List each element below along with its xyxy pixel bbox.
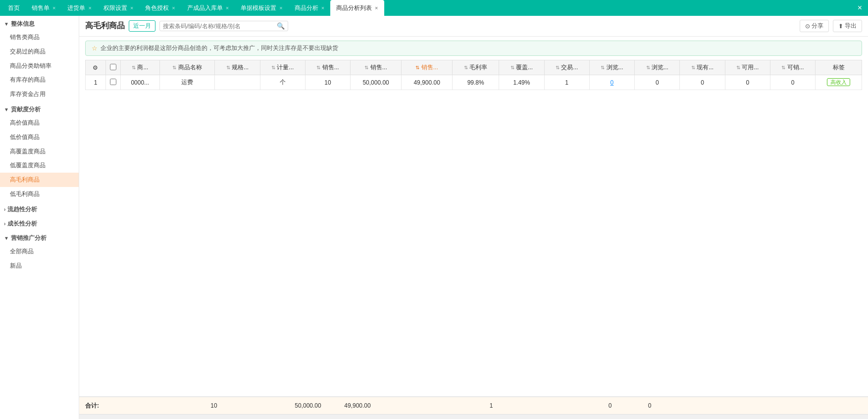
- nav-sales-order[interactable]: 销售单 ×: [26, 0, 61, 16]
- content-header: 高毛利商品 近一月 🔍 ⊙ 分享 ⬆ 导出: [79, 16, 868, 37]
- close-product-analysis[interactable]: ×: [321, 5, 324, 11]
- col-coverage[interactable]: ⇅ 覆盖...: [499, 60, 544, 75]
- select-all-checkbox[interactable]: [110, 64, 116, 70]
- sidebar-item-in-stock-goods[interactable]: 有库存的商品: [0, 73, 79, 87]
- arrow-trend: ›: [4, 207, 5, 212]
- sidebar-group-contribution[interactable]: ▼ 贡献度分析: [0, 101, 79, 116]
- cell-gross-margin: 99.8%: [453, 75, 499, 90]
- cell-unit: 个: [260, 75, 305, 90]
- sidebar-group-overall[interactable]: ▼ 整体信息: [0, 16, 79, 30]
- nav-home[interactable]: 首页: [2, 0, 26, 16]
- col-name[interactable]: ⇅ 商品名称: [159, 60, 215, 75]
- col-gross-margin[interactable]: ⇅ 毛利率: [453, 60, 499, 75]
- footer-sales-qty: 10: [145, 402, 283, 409]
- sort-icon-b1: ⇅: [601, 65, 605, 70]
- close-permissions[interactable]: ×: [130, 5, 133, 11]
- close-product-inbound[interactable]: ×: [226, 5, 229, 11]
- sort-icon-cov: ⇅: [511, 65, 514, 70]
- sort-icon-sp: ⇅: [415, 65, 419, 70]
- col-spec[interactable]: ⇅ 规格...: [215, 60, 260, 75]
- search-box: 🔍: [159, 21, 288, 31]
- table-body: 1 0000... 运费 个 10 50,000.00 49,900.00 99…: [86, 75, 862, 90]
- search-icon[interactable]: 🔍: [277, 22, 285, 30]
- footer-available: 0: [630, 402, 669, 409]
- tag-high-income: 高收入: [827, 78, 850, 86]
- close-sales-order[interactable]: ×: [52, 5, 55, 11]
- browse1-link[interactable]: 0: [611, 79, 614, 86]
- cell-trade-count: 1: [544, 75, 589, 90]
- sidebar-item-low-margin[interactable]: 低毛利商品: [0, 187, 79, 201]
- col-sales-qty[interactable]: ⇅ 销售...: [305, 60, 350, 75]
- table-header-row: ⚙ ⇅ 商... ⇅ 商品名称 ⇅: [86, 60, 862, 75]
- sidebar-item-new-goods[interactable]: 新品: [0, 259, 79, 273]
- nav-permissions[interactable]: 权限设置 ×: [98, 0, 139, 16]
- sort-icon-cs: ⇅: [691, 65, 695, 70]
- nav-purchase-order[interactable]: 进货单 ×: [61, 0, 97, 16]
- sort-icon-name: ⇅: [172, 65, 176, 70]
- sidebar-group-growth[interactable]: › 成长性分析: [0, 216, 79, 230]
- cell-sales-profit: 49,900.00: [402, 75, 453, 90]
- sidebar-toggle[interactable]: «: [79, 208, 79, 228]
- export-button[interactable]: ⬆ 导出: [833, 20, 862, 32]
- sidebar-item-high-margin[interactable]: 高毛利商品: [0, 173, 79, 187]
- col-unit[interactable]: ⇅ 计量...: [260, 60, 305, 75]
- info-message: 企业的主要的利润都是这部分商品创造的，可考虑加大推广，同时关注库存是不要出现缺货: [101, 44, 338, 52]
- cell-browse1[interactable]: 0: [589, 75, 634, 90]
- sidebar-item-traded-goods[interactable]: 交易过的商品: [0, 45, 79, 59]
- nav-product-analysis-list[interactable]: 商品分析列表 ×: [330, 0, 384, 16]
- nav-product-inbound[interactable]: 产成品入库单 ×: [181, 0, 235, 16]
- col-sales-profit[interactable]: ⇅ 销售...: [402, 60, 453, 75]
- footer-browse-empty2: [551, 402, 590, 409]
- footer-empty2: [432, 402, 471, 409]
- col-browse1[interactable]: ⇅ 浏览...: [589, 60, 634, 75]
- col-trade-count[interactable]: ⇅ 交易...: [544, 60, 589, 75]
- sidebar-item-high-coverage[interactable]: 高覆盖度商品: [0, 144, 79, 159]
- col-browse2[interactable]: ⇅ 浏览...: [635, 60, 680, 75]
- footer-empty1: [382, 402, 432, 409]
- sort-icon-code: ⇅: [132, 65, 136, 70]
- cell-spec: [215, 75, 260, 90]
- footer-cells: 10 50,000.00 49,900.00 1 0: [145, 402, 862, 409]
- sidebar-item-low-coverage[interactable]: 低覆盖度商品: [0, 158, 79, 173]
- sort-icon-sa: ⇅: [364, 65, 368, 70]
- col-settings[interactable]: ⚙: [86, 60, 106, 75]
- bottom-scrollbar[interactable]: [79, 414, 868, 419]
- col-available[interactable]: ⇅ 可用...: [725, 60, 770, 75]
- share-button[interactable]: ⊙ 分享: [800, 20, 829, 32]
- sidebar-item-high-value[interactable]: 高价值商品: [0, 116, 79, 130]
- col-sellable[interactable]: ⇅ 可销...: [770, 60, 815, 75]
- sort-icon-sq: ⇅: [316, 65, 320, 70]
- cell-current-stock: 0: [680, 75, 725, 90]
- col-current-stock[interactable]: ⇅ 现有...: [680, 60, 725, 75]
- sidebar-group-trend[interactable]: › 流趋性分析: [0, 201, 79, 216]
- footer-sales-profit: 49,900.00: [333, 402, 382, 409]
- nav-template-settings[interactable]: 单据模板设置 ×: [235, 0, 288, 16]
- sort-icon-b2: ⇅: [646, 65, 650, 70]
- time-filter-button[interactable]: 近一月: [129, 20, 155, 32]
- sidebar-item-low-value[interactable]: 低价值商品: [0, 130, 79, 144]
- close-template-settings[interactable]: ×: [279, 5, 282, 11]
- cell-num: 1: [86, 75, 106, 90]
- sidebar-item-all-goods[interactable]: 全部商品: [0, 244, 79, 259]
- nav-product-analysis[interactable]: 商品分析 ×: [289, 0, 330, 16]
- sidebar-group-marketing[interactable]: ▼ 营销推广分析: [0, 230, 79, 244]
- search-input[interactable]: [163, 23, 277, 30]
- table-wrapper: ⚙ ⇅ 商... ⇅ 商品名称 ⇅: [85, 60, 862, 396]
- col-sales-amount[interactable]: ⇅ 销售...: [351, 60, 402, 75]
- sidebar-item-category-sales-rate[interactable]: 商品分类助销率: [0, 59, 79, 73]
- close-purchase-order[interactable]: ×: [88, 5, 91, 11]
- sidebar: « ▼ 整体信息 销售类商品 交易过的商品 商品分类助销率 有库存的商品 库存资…: [0, 16, 79, 419]
- table-row: 1 0000... 运费 个 10 50,000.00 49,900.00 99…: [86, 75, 862, 90]
- window-close-button[interactable]: ×: [854, 3, 866, 12]
- cell-code[interactable]: 0000...: [120, 75, 159, 90]
- row-checkbox[interactable]: [110, 79, 116, 85]
- close-roles[interactable]: ×: [172, 5, 175, 11]
- top-nav: 首页 销售单 × 进货单 × 权限设置 × 角色授权 × 产成品入库单 × 单据…: [0, 0, 868, 16]
- nav-roles[interactable]: 角色授权 ×: [139, 0, 181, 16]
- col-code[interactable]: ⇅ 商...: [120, 60, 159, 75]
- cell-checkbox[interactable]: [105, 75, 120, 90]
- cell-sellable: 0: [770, 75, 815, 90]
- sidebar-item-sales-goods[interactable]: 销售类商品: [0, 30, 79, 45]
- sidebar-item-stock-capital[interactable]: 库存资金占用: [0, 87, 79, 101]
- close-product-analysis-list[interactable]: ×: [375, 5, 378, 11]
